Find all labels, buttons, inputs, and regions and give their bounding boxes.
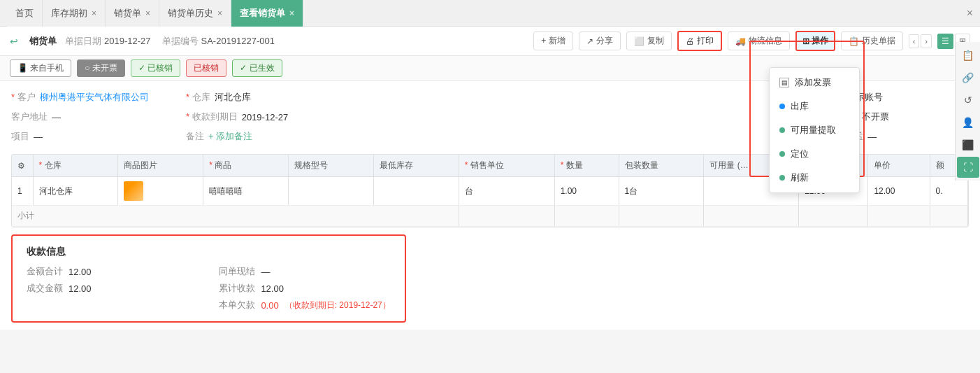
- tab-sales-order[interactable]: 销货单 ×: [106, 0, 159, 27]
- subtotal-unit: [459, 206, 554, 227]
- total-value: 12.00: [69, 267, 92, 277]
- th-min-stock: 最低库存: [373, 155, 459, 177]
- status-complete[interactable]: ✓ 已核销: [131, 59, 180, 77]
- total-label: 金额合计: [27, 265, 63, 278]
- logistics-button[interactable]: 🚚 物流信息: [728, 31, 790, 50]
- refresh-dot-icon: [779, 175, 785, 181]
- nav-arrows: ‹ ›: [909, 34, 932, 48]
- cumulative-label: 累计收款: [219, 282, 255, 295]
- remark-add[interactable]: + 添加备注: [208, 130, 252, 143]
- status-revoked[interactable]: 已核销: [186, 59, 226, 77]
- new-button[interactable]: + 新增: [533, 31, 572, 50]
- check-icon: ✓: [138, 63, 145, 73]
- owe-label: 本单欠款: [219, 299, 255, 311]
- owe-note: （收款到期日: 2019-12-27）: [284, 300, 391, 311]
- tab-bar-right: ×: [967, 7, 973, 20]
- due-date-label: 收款到期日: [186, 111, 238, 123]
- number-value: SA-20191227-001: [201, 36, 275, 46]
- number-label: 单据编号: [162, 35, 199, 48]
- subtotal-stock: [799, 206, 868, 227]
- dropdown-outbound[interactable]: 出库: [770, 94, 859, 118]
- tab-inventory-init[interactable]: 库存期初 ×: [43, 0, 106, 27]
- cell-seq: 1: [12, 177, 33, 206]
- cumulative-value: 12.00: [261, 283, 284, 294]
- payment-total-row: 金额合计 12.00: [27, 265, 198, 278]
- th-quantity: * 数量: [554, 155, 619, 177]
- tab-view-sales[interactable]: 查看销货单 ×: [231, 0, 303, 27]
- customer-value[interactable]: 柳州粤港平安气体有限公司: [40, 91, 149, 104]
- status-effective[interactable]: ✓ 已生效: [232, 59, 282, 77]
- close-sales-history[interactable]: ×: [217, 8, 222, 18]
- dropdown-refresh[interactable]: 刷新: [770, 166, 859, 190]
- tab-sales-history[interactable]: 销货单历史 ×: [159, 0, 231, 27]
- sidebar-link-icon[interactable]: 🔗: [957, 67, 979, 88]
- subtotal-label: 小计: [12, 206, 459, 227]
- number-meta: 单据编号 SA-20191227-001: [162, 35, 275, 48]
- locate-dot-icon: [779, 151, 785, 157]
- project-label: 项目: [11, 130, 29, 143]
- same-order-value: —: [261, 267, 270, 277]
- doc-title: 销货单: [29, 35, 57, 48]
- th-product: * 商品: [203, 155, 289, 177]
- status-phone[interactable]: 📱 来自手机: [10, 59, 71, 77]
- print-button[interactable]: 🖨 打印: [677, 31, 722, 51]
- phone-icon: 📱: [17, 63, 28, 73]
- list-view-btn[interactable]: ☰: [937, 34, 953, 49]
- th-warehouse: * 仓库: [33, 155, 118, 177]
- cell-quantity: 1.00: [554, 177, 619, 206]
- history-button[interactable]: 📋 历史单据: [841, 31, 903, 50]
- sidebar-refresh-icon[interactable]: ↺: [957, 90, 979, 111]
- cell-price: 12.00: [868, 177, 930, 206]
- payment-cumulative-row: 累计收款 12.00: [219, 282, 390, 295]
- close-all-tabs[interactable]: ×: [967, 7, 973, 19]
- warehouse-label: 仓库: [186, 91, 210, 104]
- cell-image: [118, 177, 203, 206]
- close-sales-order[interactable]: ×: [145, 8, 150, 18]
- sidebar-block-icon[interactable]: ⬛: [957, 134, 979, 155]
- available-extract-dot-icon: [779, 127, 785, 133]
- dropdown-locate[interactable]: 定位: [770, 142, 859, 166]
- tab-home[interactable]: 首页: [7, 0, 43, 27]
- next-arrow[interactable]: ›: [921, 34, 932, 48]
- subtotal-amount: [930, 206, 967, 227]
- dropdown-available-extract[interactable]: 可用量提取: [770, 118, 859, 142]
- ops-dropdown-menu: ▤ 添加发票 出库 可用量提取 定位 刷新: [769, 67, 860, 193]
- copy-button[interactable]: ⬜ 复制: [626, 31, 672, 50]
- th-setting: ⚙: [12, 155, 33, 177]
- due-date-field: 收款到期日 2019-12-27: [186, 111, 340, 123]
- project-field: 项目 —: [11, 130, 165, 143]
- payment-title: 收款信息: [27, 246, 391, 258]
- subtotal-pack: [619, 206, 704, 227]
- th-pack-qty: 包装数量: [619, 155, 704, 177]
- outbound-dot-icon: [779, 104, 785, 109]
- payment-deal-row: 成交金额 12.00: [27, 282, 198, 295]
- history-icon: 📋: [849, 36, 859, 46]
- ops-grid-icon: ⊞: [802, 36, 809, 46]
- close-inventory-init[interactable]: ×: [92, 8, 96, 18]
- tab-bar: 首页 库存期初 × 销货单 × 销货单历史 × 查看销货单 × ×: [0, 0, 980, 27]
- th-image: 商品图片: [118, 155, 203, 177]
- ops-button[interactable]: ⊞ 操作: [795, 31, 835, 51]
- dropdown-add-invoice[interactable]: ▤ 添加发票: [770, 71, 859, 94]
- copy-icon: ⬜: [634, 36, 644, 46]
- th-unit: * 销售单位: [459, 155, 554, 177]
- subtotal-avail: [704, 206, 799, 227]
- payment-owe-row: 本单欠款 0.00 （收款到期日: 2019-12-27）: [219, 299, 390, 311]
- doc-icon: ↩: [10, 36, 18, 47]
- status-not-open[interactable]: ○ 未开票: [77, 59, 125, 77]
- prev-arrow[interactable]: ‹: [909, 34, 920, 48]
- date-value: 2019-12-27: [104, 36, 151, 46]
- deal-label: 成交金额: [27, 282, 63, 295]
- share-button[interactable]: ↗ 分享: [579, 31, 621, 50]
- logistics-icon: 🚚: [735, 36, 746, 46]
- sidebar-doc-icon[interactable]: 📋: [957, 45, 979, 66]
- toolbar-actions: + 新增 ↗ 分享 ⬜ 复制 🖨 打印 🚚 物流信息 ⊞ 操作 �: [533, 31, 970, 51]
- sidebar-expand-icon[interactable]: ⛶: [957, 157, 979, 178]
- sidebar-user-icon[interactable]: 👤: [957, 112, 979, 133]
- remark-field: 备注 + 添加备注: [186, 130, 340, 143]
- address-field: 客户地址 —: [11, 111, 165, 123]
- close-view-sales[interactable]: ×: [289, 8, 294, 18]
- warehouse-field: 仓库 河北仓库: [186, 91, 340, 104]
- remark-label: 备注: [186, 130, 204, 143]
- same-order-label: 同单现结: [219, 265, 255, 278]
